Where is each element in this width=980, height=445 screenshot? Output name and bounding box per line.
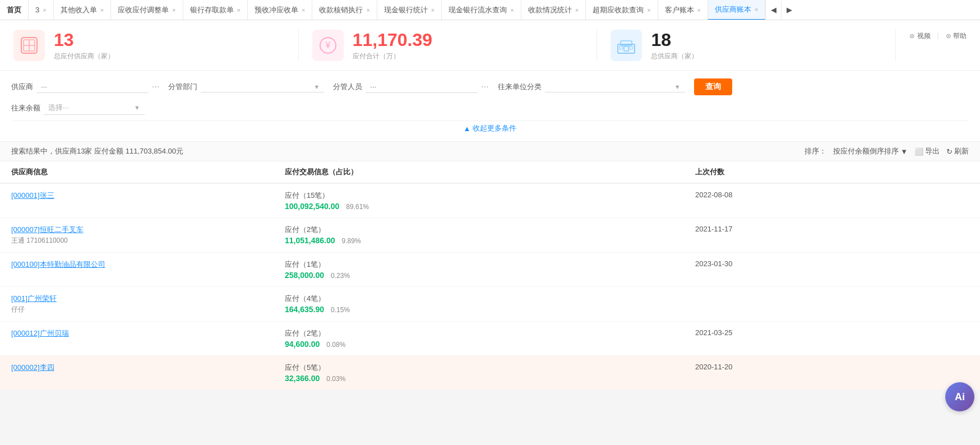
close-icon[interactable]: × <box>100 7 104 13</box>
dept-dropdown-arrow: ▼ <box>313 84 320 90</box>
close-icon[interactable]: × <box>431 7 434 13</box>
export-btn[interactable]: ⬜ 导出 <box>914 146 940 156</box>
filter-area: 供应商 ··· 分管部门 ▼ 分管人员 ··· 往来单位分类 ▼ 查询 往来 <box>0 71 980 142</box>
table-row[interactable]: [000001]张三 应付（15笔） 100,092,540.00 89.61%… <box>0 184 980 218</box>
tx-row: 11,051,486.00 9.89% <box>285 236 695 245</box>
category-select[interactable]: ▼ <box>545 82 685 92</box>
table-row[interactable]: [000007]恒旺二手叉车 王通 17106110000 应付（2笔） 11,… <box>0 218 980 253</box>
export-icon: ⬜ <box>914 147 923 156</box>
close-icon[interactable]: × <box>510 7 514 13</box>
lastpay-cell: 2021-03-25 <box>695 328 969 337</box>
supplier-link[interactable]: [000001]张三 <box>11 191 285 201</box>
dept-select[interactable]: ▼ <box>201 82 324 92</box>
help-link[interactable]: ⊙ 帮助 <box>946 31 967 41</box>
nav-tab-customer-ledger[interactable]: 客户账本 × <box>658 0 708 20</box>
total-suppliers-info: 18 总供应商（家） <box>651 29 698 61</box>
collapse-btn[interactable]: ▲ 收起更多条件 <box>11 120 969 136</box>
close-icon[interactable]: × <box>172 7 175 13</box>
supplier-link[interactable]: [000002]李四 <box>11 363 285 373</box>
summary-card-payable-suppliers: 13 总应付供应商（家） <box>13 29 299 61</box>
tx-pct: 0.23% <box>331 272 350 280</box>
video-link[interactable]: ⊙ 视频 <box>909 31 930 41</box>
close-icon[interactable]: × <box>697 7 701 13</box>
nav-tab-collection-stats[interactable]: 收款情况统计 × <box>521 0 586 20</box>
nav-tab-other-income[interactable]: 其他收入单 × <box>54 0 111 20</box>
supplier-label: 供应商 <box>11 82 33 92</box>
close-icon[interactable]: × <box>647 7 650 13</box>
supplier-cell: [001]广州荣轩 仔仔 <box>11 294 285 314</box>
ap-total-info: 11,170.39 应付合计（万） <box>353 29 432 61</box>
balance-label: 往来余额 <box>11 103 40 113</box>
result-info: 搜索结果中，供应商13家 应付金额 111,703,854.00元 <box>11 146 183 156</box>
close-icon[interactable]: × <box>43 7 46 13</box>
collapse-arrow-icon: ▲ <box>464 124 471 133</box>
supplier-cell: [000001]张三 <box>11 191 285 201</box>
svg-rect-9 <box>620 47 623 49</box>
tx-label: 应付（4笔） <box>285 294 695 304</box>
supplier-dots-btn[interactable]: ··· <box>152 82 159 92</box>
svg-text:¥: ¥ <box>325 40 330 50</box>
summary-bar: 13 总应付供应商（家） ¥ 11,170.39 应付合计（万） <box>0 20 980 71</box>
table-row[interactable]: [000002]李四 应付（5笔） 32,366.00 0.03% 2020-1… <box>0 356 980 390</box>
tx-amount: 100,092,540.00 <box>285 202 339 211</box>
nav-tab-supplier-ledger[interactable]: 供应商账本 × <box>708 0 765 20</box>
balance-filter: 往来余额 选择··· ▼ <box>11 101 145 115</box>
dept-label: 分管部门 <box>168 82 197 92</box>
nav-tab-home[interactable]: 首页 <box>0 0 29 20</box>
tx-label: 应付（5笔） <box>285 363 695 373</box>
nav-tab-bank-deposit[interactable]: 银行存取款单 × <box>183 0 248 20</box>
close-icon[interactable]: × <box>302 7 305 13</box>
supplier-sub: 仔仔 <box>11 305 285 314</box>
close-icon[interactable]: × <box>237 7 241 13</box>
svg-rect-8 <box>624 47 628 51</box>
refresh-btn[interactable]: ↻ 刷新 <box>946 146 969 156</box>
nav-tab-prepaid[interactable]: 预收冲应收单 × <box>248 0 312 20</box>
tx-cell: 应付（4笔） 164,635.90 0.15% <box>285 294 695 314</box>
nav-next-arrow[interactable]: ▶ <box>781 0 797 20</box>
table-row[interactable]: [001]广州荣轩 仔仔 应付（4笔） 164,635.90 0.15% <box>0 287 980 322</box>
person-dots-btn[interactable]: ··· <box>481 82 488 92</box>
supplier-input[interactable] <box>36 81 149 93</box>
tx-label: 应付（2笔） <box>285 225 695 235</box>
nav-tab-overdue-ar[interactable]: 超期应收款查询 × <box>586 0 658 20</box>
sort-select[interactable]: 按应付余额倒序排序 ▼ <box>833 146 908 156</box>
sort-dropdown-icon: ▼ <box>900 147 908 156</box>
refresh-icon: ↻ <box>946 147 953 156</box>
payable-suppliers-info: 13 总应付供应商（家） <box>54 29 114 61</box>
category-label: 往来单位分类 <box>498 82 542 92</box>
person-input[interactable] <box>366 81 478 93</box>
lastpay-cell: 2023-01-30 <box>695 259 969 268</box>
supplier-link[interactable]: [000100]本特勤油品有限公司 <box>11 259 285 270</box>
supplier-link[interactable]: [000012]广州贝瑞 <box>11 328 285 339</box>
nav-tab-collection[interactable]: 收款核销执行 × <box>312 0 377 20</box>
last-pay-date: 2021-03-25 <box>695 328 733 337</box>
filter-row-1: 供应商 ··· 分管部门 ▼ 分管人员 ··· 往来单位分类 ▼ 查询 <box>11 78 969 95</box>
result-actions: 排序： 按应付余额倒序排序 ▼ ⬜ 导出 ↻ 刷新 <box>805 146 969 156</box>
nav-tab-3[interactable]: 3 × <box>29 0 54 20</box>
sort-label: 排序： <box>805 146 826 156</box>
nav-tab-cash-bank-stats[interactable]: 现金银行统计 × <box>377 0 442 20</box>
supplier-link[interactable]: [000007]恒旺二手叉车 <box>11 225 285 235</box>
ap-total-label: 应付合计（万） <box>353 52 432 61</box>
tx-amount: 32,366.00 <box>285 374 320 383</box>
table-row[interactable]: [000100]本特勤油品有限公司 应付（1笔） 258,000.00 0.23… <box>0 253 980 287</box>
nav-tab-ar-ap-adjust[interactable]: 应收应付调整单 × <box>111 0 183 20</box>
last-pay-date: 2021-11-17 <box>695 225 733 233</box>
close-icon[interactable]: × <box>755 6 758 13</box>
last-pay-date: 2020-11-20 <box>695 363 733 371</box>
category-dropdown-arrow: ▼ <box>674 84 681 90</box>
balance-select[interactable]: 选择··· ▼ <box>44 101 145 115</box>
supplier-link[interactable]: [001]广州荣轩 <box>11 294 285 304</box>
nav-tab-cash-bank-flow[interactable]: 现金银行流水查询 × <box>442 0 521 20</box>
balance-dropdown-arrow: ▼ <box>134 104 140 111</box>
tx-cell: 应付（2笔） 94,600.00 0.08% <box>285 328 695 349</box>
table-row[interactable]: [000012]广州贝瑞 应付（2笔） 94,600.00 0.08% 2021… <box>0 322 980 356</box>
nav-prev-arrow[interactable]: ◀ <box>765 0 781 20</box>
person-filter: 分管人员 ··· <box>333 81 488 93</box>
close-icon[interactable]: × <box>366 7 369 13</box>
close-icon[interactable]: × <box>575 7 579 13</box>
tx-pct: 0.03% <box>326 375 345 383</box>
summary-card-ap-total: ¥ 11,170.39 应付合计（万） <box>312 29 598 61</box>
supplier-filter: 供应商 ··· <box>11 81 159 93</box>
search-button[interactable]: 查询 <box>694 78 732 95</box>
